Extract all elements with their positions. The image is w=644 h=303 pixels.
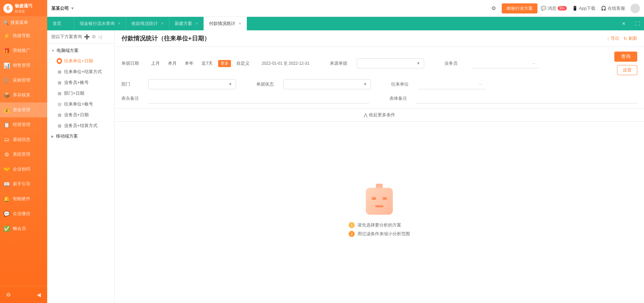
tab-close-btn[interactable]: ✕ [617,17,631,30]
tree-item-salesman-settle[interactable]: ▦ 业务员+结算方式 [47,120,114,131]
tree-item-label: 往来单位+结算方式 [64,69,102,75]
tree-item-partner-settle[interactable]: ▦ 往来单位+结算方式 [47,66,114,77]
settings-footer-btn[interactable]: ⚙ [3,290,13,300]
sidebar-item-hardware[interactable]: 🔔 智能硬件 [0,191,47,206]
date-option-this-year[interactable]: 本年 [182,59,196,67]
wechat-icon: 💬 [3,210,10,217]
sidebar-label: 销售管理 [13,62,30,68]
trial-btn[interactable]: 体验行业方案 [502,3,537,13]
add-scheme-icon[interactable]: ➕ [84,34,90,39]
topbar-actions: 💬 消息 99+ 📱 App下载 🎧 在线客服 [541,4,640,13]
app-download-icon: 📱 [572,6,578,11]
collapse-bar[interactable]: ⋀ 收起更多条件 [115,109,644,122]
export-btn[interactable]: ↑ 导出 [607,35,620,41]
mobile-group-header[interactable]: ▶ 移动端方案 [47,131,114,141]
sidebar-item-operation[interactable]: 📋 经营管理 [0,117,47,132]
sales-icon: 📊 [3,62,10,69]
search-icon: 🔍 [3,20,9,25]
sidebar-item-capital[interactable]: 💰 资金管理 [0,102,47,117]
active-dot-icon [57,58,62,64]
date-option-7days[interactable]: 近7天 [199,59,215,67]
body-note-input[interactable] [416,93,637,103]
tabbar: 首页 现金银行流水查询 × 收款情况统计 × 新建方案 × 付款情况统计 × ✕… [47,17,644,30]
sidebar-label: 企业协同 [13,166,30,172]
tab-receipts-close[interactable]: × [161,21,164,26]
topbar-gear-btn[interactable]: ⚙ [489,4,498,13]
sidebar-item-wechat[interactable]: 💬 企业微信 [0,206,47,221]
query-btn[interactable]: 查询 [614,52,637,62]
sidebar-label: 企业微信 [13,211,30,217]
tree-item-label: 往来单位+账号 [64,101,93,107]
computer-group-header[interactable]: ▼ 电脑端方案 [47,46,114,56]
tree-item-partner-date[interactable]: 往来单位+日期 [47,56,114,66]
collapse-sidebar-btn[interactable]: ◀ [34,290,44,300]
enterprise-icon: 🤝 [3,166,10,173]
tab-cashflow-close[interactable]: × [118,21,120,26]
tab-home[interactable]: 首页 [47,17,74,30]
tab-expand-btn[interactable]: ⛶ [631,17,644,30]
partner-select[interactable]: ··· [418,79,486,89]
date-option-this-month[interactable]: 本月 [165,59,179,67]
sidebar-item-member[interactable]: ✅ 畅会员 [0,221,47,236]
refresh-icon: ↻ [623,36,627,41]
sidebar-item-sales[interactable]: 📊 销售管理 [0,58,47,73]
receipt-status-select[interactable]: ▼ [283,79,371,89]
operation-icon: 📋 [3,121,10,128]
date-option-custom[interactable]: 自定义 [234,59,252,67]
tab-window-controls: ✕ ⛶ [617,17,644,30]
tab-cashflow[interactable]: 现金银行流水查询 × [74,17,126,30]
salesman-select[interactable]: ··· [471,58,539,68]
collapse-panel-icon[interactable]: ◁ [98,34,102,39]
tab-payment-close[interactable]: × [239,21,241,26]
tab-receipts[interactable]: 收款情况统计 × [126,17,169,30]
tree-item-dept-date[interactable]: ▦ 部门+日期 [47,88,114,99]
dept-select[interactable]: ▼ [148,79,236,89]
page-title: 付款情况统计（往来单位+日期） [121,34,607,42]
date-label: 单据日期 [121,60,142,66]
sidebar-item-system[interactable]: ⚙ 系统管理 [0,147,47,162]
tree-item-salesman-account[interactable]: ▦ 业务员+账号 [47,77,114,88]
message-btn[interactable]: 💬 消息 99+ [541,5,567,11]
page-header: 付款情况统计（往来单位+日期） ↑ 导出 ↻ 刷新 [115,30,644,47]
source-select[interactable]: ▼ [357,58,424,68]
computer-group-arrow: ▼ [51,49,55,53]
partner-dots: ··· [479,82,482,87]
sidebar-item-enterprise[interactable]: 🤝 企业协同 [0,162,47,177]
user-avatar[interactable] [631,4,640,13]
sidebar-label: 智能硬件 [13,196,30,202]
date-option-last-month[interactable]: 上月 [148,59,163,67]
tree-item-salesman-date[interactable]: ▦ 业务员+日期 [47,110,114,120]
tab-payment[interactable]: 付款情况统计 × [204,17,247,30]
tip-num-2: 2 [349,231,355,237]
sidebar-label: 基础信息 [13,137,30,143]
panel-header: 按以下方案查询 ➕ ⚙ ◁ [47,30,114,43]
tree-item-partner-account[interactable]: ▤ 往来单位+账号 [47,99,114,110]
company-chevron[interactable]: ▼ [70,6,75,11]
grid-icon: ▦ [57,69,62,74]
sidebar-search[interactable]: 🔍 搜索菜单 [0,17,47,28]
refresh-btn[interactable]: ↻ 刷新 [623,35,637,41]
tree-item-label: 业务员+账号 [64,80,89,86]
sidebar-item-inventory[interactable]: 📦 库存核算 [0,88,47,102]
header-note-input[interactable] [148,93,369,103]
tab-new-plan-close[interactable]: × [196,21,198,26]
sidebar-item-basic[interactable]: 🗂 基础信息 [0,132,47,147]
date-option-more[interactable]: 更多 [218,60,231,67]
sidebar-item-quick-nav[interactable]: ⚡ 快捷导航 [0,28,47,43]
app-download-btn[interactable]: 📱 App下载 [572,5,595,11]
marketing-icon: 🎁 [3,47,10,54]
online-service-btn[interactable]: 🎧 在线客服 [601,5,625,11]
computer-group: ▼ 电脑端方案 往来单位+日期 ▦ 往来单位+结算方式 [47,46,114,131]
query-btns: 查询 设置 [614,52,637,75]
settings-scheme-icon[interactable]: ⚙ [92,34,96,39]
sidebar-item-marketing[interactable]: 🎁 营销推广 [0,43,47,58]
tree-item-label: 部门+日期 [64,90,84,96]
sidebar-item-guide[interactable]: 📖 新手引导 [0,177,47,191]
computer-group-label: 电脑端方案 [57,48,79,54]
filter-area: 单据日期 上月 本月 本年 近7天 更多 自定义 2022-01-01 至 20… [115,47,644,109]
settings-btn[interactable]: 设置 [617,65,637,75]
sidebar-nav: ⚡ 快捷导航 🎁 营销推广 📊 销售管理 🛒 采购管理 📦 库存核算 💰 资金管… [0,28,47,286]
sidebar-item-purchase[interactable]: 🛒 采购管理 [0,73,47,88]
tab-new-plan[interactable]: 新建方案 × [169,17,204,30]
header-note-label: 表头备注 [121,95,142,101]
